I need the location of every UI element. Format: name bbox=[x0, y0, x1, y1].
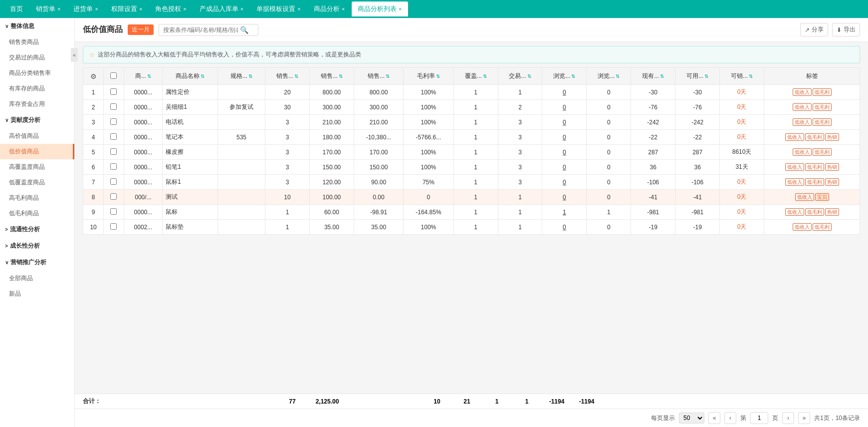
sidebar-group-营销推广分析[interactable]: ∨营销推广分析 bbox=[0, 254, 74, 271]
col-header-cur_stock[interactable]: 现有...⇅ bbox=[631, 68, 675, 85]
nav-item-进货单[interactable]: 进货单× bbox=[67, 1, 104, 16]
sort-icon-sale_amt[interactable]: ⇅ bbox=[339, 73, 343, 79]
browse-link[interactable]: 0 bbox=[563, 134, 566, 141]
export-button[interactable]: ⬇ 导出 bbox=[832, 23, 860, 36]
nav-item-商品分析列表[interactable]: 商品分析列表× bbox=[352, 1, 408, 16]
nav-item-产成品入库单[interactable]: 产成品入库单× bbox=[194, 1, 249, 16]
sidebar-item-销售类商品[interactable]: 销售类商品 bbox=[0, 34, 74, 50]
nav-item-权限设置[interactable]: 权限设置× bbox=[105, 1, 148, 16]
sort-icon-sale_avg[interactable]: ⇅ bbox=[386, 73, 390, 79]
row-checkbox[interactable] bbox=[110, 118, 117, 125]
browse-link[interactable]: 0 bbox=[563, 89, 566, 96]
row-checkbox[interactable] bbox=[110, 88, 117, 95]
sort-icon-browse1[interactable]: ⇅ bbox=[571, 73, 575, 79]
page-input[interactable] bbox=[750, 412, 768, 424]
row-checkbox[interactable] bbox=[110, 178, 117, 185]
browse-link[interactable]: 0 bbox=[563, 149, 566, 156]
sidebar-group-流通性分析[interactable]: >流通性分析 bbox=[0, 221, 74, 238]
tag-低毛利: 低毛利 bbox=[813, 223, 832, 231]
sidebar-group-贡献度分析[interactable]: ∨贡献度分析 bbox=[0, 112, 74, 128]
sidebar-item-低价值商品[interactable]: 低价值商品 bbox=[0, 144, 74, 159]
sidebar-group-成长性分析[interactable]: >成长性分析 bbox=[0, 238, 74, 254]
col-header-avail_stock[interactable]: 可用...⇅ bbox=[675, 68, 720, 85]
nav-item-商品分析[interactable]: 商品分析× bbox=[308, 1, 351, 16]
sidebar-item-商品分类销售率[interactable]: 商品分类销售率 bbox=[0, 65, 74, 81]
sort-icon-browse2[interactable]: ⇅ bbox=[616, 73, 620, 79]
browse-link[interactable]: 0 bbox=[563, 224, 566, 231]
browse-link[interactable]: 1 bbox=[563, 209, 566, 216]
nav-close-icon[interactable]: × bbox=[139, 6, 142, 12]
sort-icon-sell_days[interactable]: ⇅ bbox=[749, 73, 753, 79]
sidebar-item-库存资金占用[interactable]: 库存资金占用 bbox=[0, 96, 74, 112]
nav-close-icon[interactable]: × bbox=[399, 6, 402, 12]
col-header-trade[interactable]: 交易...⇅ bbox=[498, 68, 542, 85]
col-header-sell_days[interactable]: 可销...⇅ bbox=[720, 68, 764, 85]
row-checkbox[interactable] bbox=[110, 133, 117, 140]
row-checkbox[interactable] bbox=[110, 208, 117, 215]
last-page-button[interactable]: » bbox=[798, 412, 810, 424]
col-header-margin[interactable]: 毛利率⇅ bbox=[404, 68, 453, 85]
sidebar-item-全部商品[interactable]: 全部商品 bbox=[0, 271, 74, 286]
page-size-select[interactable]: 50 100 bbox=[679, 413, 704, 424]
nav-item-单据模板设置[interactable]: 单据模板设置× bbox=[250, 1, 306, 16]
search-icon[interactable]: 🔍 bbox=[240, 26, 248, 34]
sort-icon-spec[interactable]: ⇅ bbox=[248, 73, 252, 79]
col-header-cover[interactable]: 覆盖...⇅ bbox=[453, 68, 498, 85]
prev-page-button[interactable]: ‹ bbox=[724, 412, 736, 424]
time-tag-button[interactable]: 近一月 bbox=[128, 24, 154, 35]
sort-icon-avail_stock[interactable]: ⇅ bbox=[704, 73, 708, 79]
nav-item-销货单[interactable]: 销货单× bbox=[30, 1, 66, 16]
sort-icon-name[interactable]: ⇅ bbox=[201, 73, 205, 79]
search-input[interactable] bbox=[163, 26, 238, 33]
nav-close-icon[interactable]: × bbox=[342, 6, 345, 12]
sidebar-collapse-btn[interactable]: « bbox=[71, 48, 78, 62]
col-header-name[interactable]: 商品名称⇅ bbox=[163, 68, 218, 85]
sort-icon-trade[interactable]: ⇅ bbox=[527, 73, 531, 79]
row-checkbox[interactable] bbox=[110, 163, 117, 170]
gear-icon[interactable]: ⚙ bbox=[90, 72, 97, 80]
cell-code: 0000... bbox=[124, 160, 163, 175]
sidebar-item-有库存的商品[interactable]: 有库存的商品 bbox=[0, 81, 74, 96]
first-page-button[interactable]: « bbox=[708, 412, 720, 424]
nav-close-icon[interactable]: × bbox=[95, 6, 98, 12]
browse-link[interactable]: 0 bbox=[563, 119, 566, 126]
col-header-code[interactable]: 商...⇅ bbox=[124, 68, 163, 85]
share-button[interactable]: ↗ 分享 bbox=[800, 23, 828, 36]
row-checkbox[interactable] bbox=[110, 103, 117, 110]
nav-item-首页[interactable]: 首页 bbox=[4, 1, 29, 16]
sort-icon-margin[interactable]: ⇅ bbox=[436, 73, 440, 79]
nav-close-icon[interactable]: × bbox=[240, 6, 243, 12]
row-checkbox[interactable] bbox=[110, 223, 117, 230]
col-header-sale_qty[interactable]: 销售...⇅ bbox=[265, 68, 310, 85]
sidebar-item-低覆盖度商品[interactable]: 低覆盖度商品 bbox=[0, 175, 74, 190]
col-header-browse2[interactable]: 浏览...⇅ bbox=[587, 68, 631, 85]
sidebar-item-交易过的商品[interactable]: 交易过的商品 bbox=[0, 50, 74, 65]
sort-icon-code[interactable]: ⇅ bbox=[147, 73, 151, 79]
select-all-checkbox[interactable] bbox=[110, 72, 117, 79]
sort-icon-cover[interactable]: ⇅ bbox=[483, 73, 487, 79]
nav-close-icon[interactable]: × bbox=[297, 6, 300, 12]
sort-icon-sale_qty[interactable]: ⇅ bbox=[294, 73, 298, 79]
row-checkbox[interactable] bbox=[110, 193, 117, 200]
sidebar-item-高毛利商品[interactable]: 高毛利商品 bbox=[0, 190, 74, 206]
sort-icon-cur_stock[interactable]: ⇅ bbox=[660, 73, 664, 79]
nav-close-icon[interactable]: × bbox=[183, 6, 186, 12]
sidebar-item-高覆盖度商品[interactable]: 高覆盖度商品 bbox=[0, 159, 74, 175]
next-page-button[interactable]: › bbox=[782, 412, 794, 424]
browse-link[interactable]: 0 bbox=[563, 194, 566, 201]
sidebar-item-高价值商品[interactable]: 高价值商品 bbox=[0, 128, 74, 144]
nav-close-icon[interactable]: × bbox=[57, 6, 60, 12]
col-header-sale_avg[interactable]: 销售...⇅ bbox=[354, 68, 403, 85]
col-header-browse1[interactable]: 浏览...⇅ bbox=[542, 68, 587, 85]
nav-item-角色授权[interactable]: 角色授权× bbox=[149, 1, 192, 16]
sidebar-group-整体信息[interactable]: ∨整体信息 bbox=[0, 18, 74, 34]
browse-link[interactable]: 0 bbox=[563, 179, 566, 186]
cell-spec bbox=[217, 85, 265, 100]
browse-link[interactable]: 0 bbox=[563, 104, 566, 111]
sidebar-item-低毛利商品[interactable]: 低毛利商品 bbox=[0, 206, 74, 221]
browse-link[interactable]: 0 bbox=[563, 164, 566, 171]
col-header-spec[interactable]: 规格...⇅ bbox=[217, 68, 265, 85]
row-checkbox[interactable] bbox=[110, 148, 117, 155]
col-header-sale_amt[interactable]: 销售...⇅ bbox=[309, 68, 354, 85]
sidebar-item-新品[interactable]: 新品 bbox=[0, 286, 74, 302]
